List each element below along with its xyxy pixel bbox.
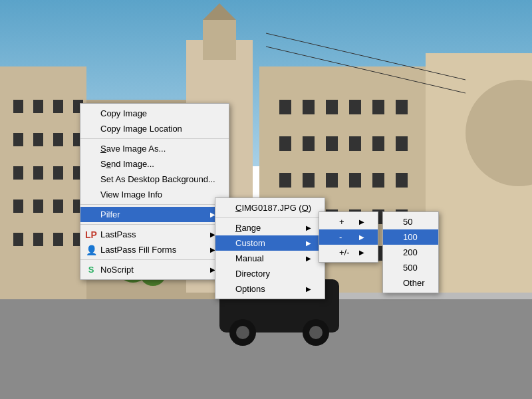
noscript-item[interactable]: S NoScript ▶: [80, 262, 229, 277]
view-image-info-label: View Image Info: [100, 190, 162, 200]
plus-arrow-icon: ▶: [359, 218, 364, 225]
val-500-label: 500: [403, 263, 418, 273]
copy-image-location-label: Copy Image Location: [100, 124, 182, 134]
range-label: Range: [235, 223, 261, 233]
separator-1: [80, 138, 229, 139]
separator-3: [80, 224, 229, 225]
separator-4: [80, 259, 229, 260]
val-500-item[interactable]: 500: [383, 260, 438, 275]
val-100-label: 100: [403, 232, 418, 242]
noscript-label: NoScript: [100, 265, 134, 275]
plusminus-label: +/-: [339, 247, 350, 257]
directory-label: Directory: [235, 269, 270, 279]
lastpass-fill-item[interactable]: 👤 LastPass Fill Forms ▶: [80, 242, 229, 257]
options-label: Options: [235, 284, 265, 294]
lastpass-icon: LP: [84, 228, 98, 241]
custom-item[interactable]: Custom ▶: [215, 235, 325, 251]
copy-image-location-item[interactable]: Copy Image Location: [80, 121, 229, 136]
save-image-as-label: Save Image As...: [100, 144, 166, 154]
val-50-item[interactable]: 50: [383, 214, 438, 229]
set-as-desktop-item[interactable]: Set As Desktop Background...: [80, 172, 229, 187]
copy-image-label: Copy Image: [100, 108, 147, 118]
manual-item[interactable]: Manual ▶: [215, 251, 325, 266]
minus-label: -: [339, 232, 342, 242]
manual-label: Manual: [235, 253, 264, 263]
minus-item[interactable]: - ▶: [319, 229, 378, 245]
range-arrow-icon: ▶: [306, 224, 311, 231]
pilfer-submenu[interactable]: CIMG0187.JPG (O) Range ▶ Custom ▶ Manual…: [215, 198, 325, 299]
val-other-label: Other: [403, 278, 425, 288]
val-other-item[interactable]: Other: [383, 275, 438, 291]
options-arrow-icon: ▶: [306, 285, 311, 293]
options-item[interactable]: Options ▶: [215, 281, 325, 297]
save-image-as-item[interactable]: Save Image As...: [80, 141, 229, 156]
pilfer-label: Pilfer: [100, 209, 120, 219]
plus-label: +: [339, 217, 344, 227]
custom-arrow-icon: ▶: [306, 239, 311, 247]
val-200-label: 200: [403, 247, 418, 257]
image-filename-label: CIMG0187.JPG (O): [235, 203, 311, 213]
lastpass-fill-icon: 👤: [84, 243, 98, 257]
val-100-item[interactable]: 100: [383, 229, 438, 245]
directory-item[interactable]: Directory: [215, 266, 325, 281]
lastpass-item[interactable]: LP LastPass ▶: [80, 227, 229, 242]
custom-label: Custom: [235, 238, 265, 248]
send-image-label: Send Image...: [100, 159, 154, 169]
separator-2: [80, 204, 229, 205]
range-item[interactable]: Range ▶: [215, 220, 325, 235]
pilfer-item[interactable]: Pilfer ▶: [80, 207, 229, 222]
noscript-icon: S: [84, 263, 98, 277]
val-50-label: 50: [403, 217, 412, 227]
plusminus-arrow-icon: ▶: [359, 249, 364, 256]
pilfer-sep-1: [215, 217, 325, 218]
lastpass-fill-label: LastPass Fill Forms: [100, 245, 176, 255]
manual-arrow-icon: ▶: [306, 255, 311, 262]
main-context-menu[interactable]: Copy Image Copy Image Location Save Imag…: [80, 103, 229, 280]
plusminus-item[interactable]: +/- ▶: [319, 245, 378, 260]
plus-item[interactable]: + ▶: [319, 214, 378, 229]
image-filename-item[interactable]: CIMG0187.JPG (O): [215, 200, 325, 215]
copy-image-item[interactable]: Copy Image: [80, 106, 229, 121]
val-200-item[interactable]: 200: [383, 245, 438, 260]
minus-arrow-icon: ▶: [359, 233, 364, 241]
send-image-item[interactable]: Send Image...: [80, 156, 229, 172]
lastpass-label: LastPass: [100, 229, 136, 239]
operation-submenu[interactable]: + ▶ - ▶ +/- ▶: [319, 211, 378, 263]
set-as-desktop-label: Set As Desktop Background...: [100, 174, 215, 184]
values-submenu[interactable]: 50 100 200 500 Other: [382, 211, 439, 293]
view-image-info-item[interactable]: View Image Info: [80, 187, 229, 202]
